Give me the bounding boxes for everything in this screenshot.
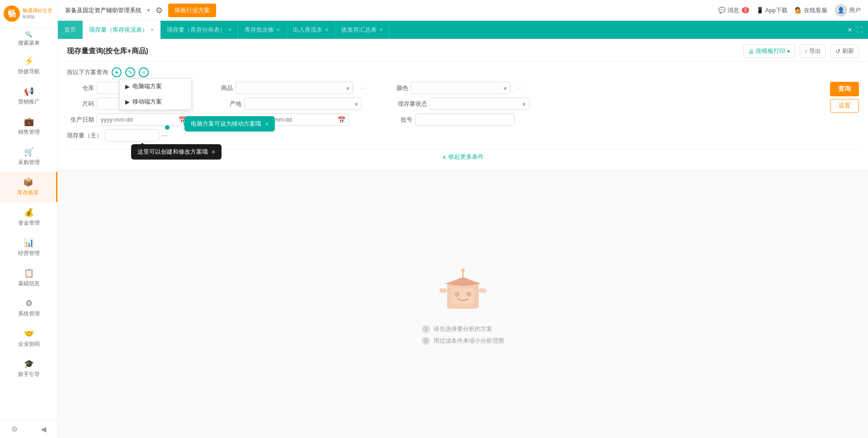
svg-rect-9 <box>439 288 447 293</box>
produce-date-input[interactable] <box>97 113 190 126</box>
sidebar-item-system[interactable]: ⚙ 系统管理 <box>0 293 57 323</box>
tabbar: 首页 现存量（库存状况表） × 现存量（库存分布表） × 库存批次账 × 出入库… <box>58 21 868 39</box>
printer-icon: 🖨 <box>748 48 754 55</box>
app-download-btn[interactable]: 📱 App下载 <box>756 6 788 14</box>
tab-batch-account-close[interactable]: × <box>277 27 280 33</box>
search-menu-btn[interactable]: 🔍 搜索菜单 <box>0 28 57 51</box>
template-dropdown-icon: ▾ <box>787 48 790 55</box>
sidebar-item-label: 资金管理 <box>18 219 40 227</box>
filter-arrow-btn[interactable]: « <box>139 67 149 77</box>
tab-inventory-dist-label: 现存量（库存分布表） <box>167 26 226 34</box>
page-content: 现存量查询(按仓库+商品) 🖨 按模板打印 ▾ ↑ 导出 ↺ 刷新 <box>58 39 868 438</box>
topbar-right: 💬 消息 8 📱 App下载 💁 在线客服 👤 用户 <box>718 4 861 17</box>
sidebar-item-finance[interactable]: 💰 资金管理 <box>0 202 57 232</box>
tab-inventory-dist-close[interactable]: × <box>228 27 231 33</box>
system-icon: ⚙ <box>25 298 33 308</box>
size-label: 尺码 <box>67 100 94 108</box>
logo-text: 畅通调好生意 <box>23 7 52 14</box>
maximize-btn[interactable]: ⛶ <box>856 26 863 33</box>
origin-label: 产地 <box>214 100 241 108</box>
product-input[interactable] <box>236 82 353 94</box>
system-dropdown-icon[interactable]: ▾ <box>147 7 150 14</box>
filter-label: 按以下方案查询 <box>67 68 108 76</box>
tooltip-pc-close-btn[interactable]: × <box>265 120 269 127</box>
stock-qty-sep: — <box>162 132 168 139</box>
search-btn[interactable]: 查询 <box>830 82 859 96</box>
purchase-icon: 🛒 <box>24 147 34 157</box>
logo-icon: 畅 <box>4 5 20 22</box>
sidebar-item-quick-nav[interactable]: ⚡ 快捷导航 <box>0 51 57 81</box>
sidebar-item-operation[interactable]: 📊 经营管理 <box>0 232 57 263</box>
tab-inventory-dist[interactable]: 现存量（库存分布表） × <box>160 21 238 39</box>
sidebar: 畅 畅通调好生意 标准版 🔍 搜索菜单 ⚡ 快捷导航 📢 营销推广 💼 销售管理 <box>0 0 58 438</box>
sidebar-item-label: 快捷导航 <box>18 68 40 75</box>
empty-tip-1: 1 请先选择要分析的方案 <box>422 325 504 333</box>
origin-select[interactable] <box>244 98 362 110</box>
tip-num-2: 2 <box>422 337 430 345</box>
color-more-icon[interactable]: ··· <box>515 84 524 92</box>
color-select[interactable] <box>411 82 510 94</box>
sidebar-item-purchase[interactable]: 🛒 采购管理 <box>0 141 57 172</box>
stock-status-select[interactable] <box>430 98 529 110</box>
sidebar-item-guide[interactable]: 🎓 新手引导 <box>0 353 57 384</box>
collapse-sidebar-btn[interactable]: ◀ <box>41 425 46 433</box>
scheme-item-pc[interactable]: ▶ 电脑端方案 <box>120 79 191 94</box>
sidebar-logo: 畅 畅通调好生意 标准版 <box>0 0 57 28</box>
sidebar-item-label: 基础信息 <box>18 280 40 287</box>
message-btn[interactable]: 💬 消息 8 <box>718 6 749 14</box>
logo-badge: 标准版 <box>23 14 52 20</box>
message-icon: 💬 <box>718 7 726 14</box>
tab-batch-account[interactable]: 库存批次账 × <box>238 21 287 39</box>
refresh-btn[interactable]: ↺ 刷新 <box>830 44 859 58</box>
template-print-btn[interactable]: 🖨 按模板打印 ▾ <box>743 44 795 58</box>
finance-icon: 💰 <box>24 207 34 217</box>
tab-inventory-status[interactable]: 现存量（库存状况表） × <box>83 21 160 39</box>
sidebar-item-label: 采购管理 <box>18 159 40 166</box>
filter-add-btn[interactable]: + <box>112 67 122 77</box>
filter-edit-btn[interactable]: ✎ <box>125 67 135 77</box>
produce-date-wrapper: 📅 <box>97 113 190 126</box>
operation-icon: 📊 <box>24 238 34 248</box>
export-icon: ↑ <box>805 48 808 55</box>
settings-bottom-btn[interactable]: ⚙ <box>11 425 18 433</box>
set-btn[interactable]: 设置 <box>830 99 859 113</box>
close-all-tab-btn[interactable]: ✕ <box>847 26 853 33</box>
scheme-item-mobile[interactable]: ▶ 移动端方案 <box>120 94 191 109</box>
window-controls: ✕ ⛶ <box>842 21 868 39</box>
user-btn[interactable]: 👤 用户 <box>835 4 861 17</box>
tab-inventory-status-close[interactable]: × <box>151 27 154 33</box>
tab-home[interactable]: 首页 <box>58 21 83 39</box>
sidebar-item-marketing[interactable]: 📢 营销推广 <box>0 81 57 111</box>
industry-btn[interactable]: 体验行业方案 <box>168 4 216 17</box>
filter-item-product: 商品 <box>206 82 353 94</box>
tab-flow[interactable]: 出入库流水 × <box>287 21 335 39</box>
sidebar-item-label: 销售管理 <box>18 128 40 136</box>
sidebar-item-inventory[interactable]: 📦 库存核算 <box>0 172 57 202</box>
tab-flow-close[interactable]: × <box>325 27 328 33</box>
filter-item-color: 颜色 <box>381 82 510 94</box>
origin-select-wrapper <box>244 98 362 110</box>
empty-state: 1 请先选择要分析的方案 2 用过滤条件来缩小分析范围 <box>58 170 868 438</box>
sidebar-item-enterprise[interactable]: 🤝 企业协同 <box>0 323 57 353</box>
stock-qty-label: 现存量（主） <box>67 132 102 140</box>
avatar-icon: 👤 <box>837 7 844 14</box>
empty-tips: 1 请先选择要分析的方案 2 用过滤条件来缩小分析范围 <box>422 325 504 345</box>
stock-qty-from-input[interactable] <box>105 129 159 141</box>
color-select-wrapper <box>411 82 510 94</box>
refresh-icon: ↺ <box>835 48 840 55</box>
gear-settings-btn[interactable]: ⚙ <box>156 5 163 15</box>
scheme-mobile-icon: ▶ <box>125 99 130 105</box>
export-btn[interactable]: ↑ 导出 <box>800 44 826 58</box>
filter-row-4: 现存量（主） — <box>67 129 821 141</box>
sidebar-item-basic[interactable]: 📋 基础信息 <box>0 263 57 293</box>
tab-summary-close[interactable]: × <box>379 27 382 33</box>
batch-no-input[interactable] <box>415 113 514 126</box>
tab-home-label: 首页 <box>64 26 76 34</box>
online-service-btn[interactable]: 💁 在线客服 <box>795 6 827 14</box>
marketing-icon: 📢 <box>24 86 34 96</box>
basic-icon: 📋 <box>24 268 34 278</box>
product-more-icon[interactable]: ··· <box>358 84 367 92</box>
tab-summary[interactable]: 收发存汇总表 × <box>335 21 389 39</box>
sidebar-item-sales[interactable]: 💼 销售管理 <box>0 111 57 141</box>
tooltip-create-close-btn[interactable]: × <box>212 148 215 155</box>
